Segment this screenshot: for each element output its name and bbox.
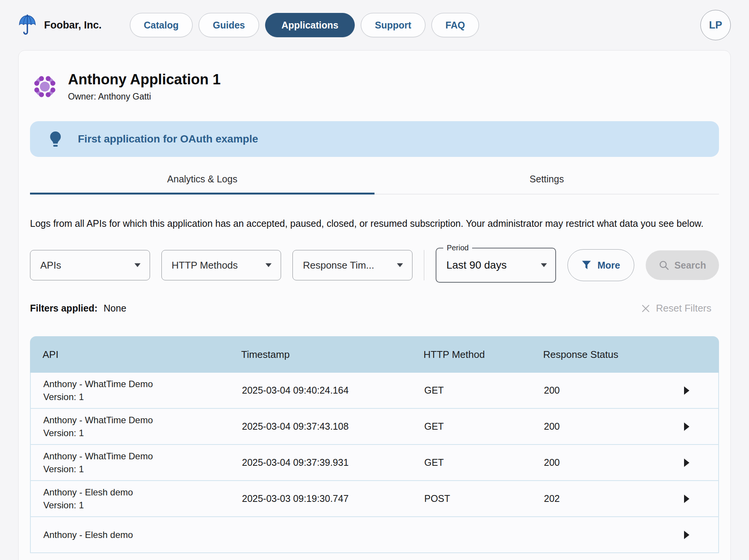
expand-row-icon[interactable] (684, 422, 689, 431)
table-row[interactable]: Anthony - WhatTime Demo Version: 1 2025-… (30, 373, 719, 409)
api-name: Anthony - Elesh demo (43, 528, 242, 541)
api-version: Version: 1 (43, 499, 242, 512)
top-nav: Foobar, Inc. Catalog Guides Applications… (0, 0, 749, 50)
api-name: Anthony - WhatTime Demo (43, 450, 242, 463)
table-row[interactable]: Anthony - Elesh demo Version: 1 2025-03-… (30, 481, 719, 517)
api-cell: Anthony - WhatTime Demo Version: 1 (43, 414, 242, 439)
http-methods-filter-dropdown[interactable]: HTTP Methods (161, 250, 281, 280)
column-http-method: HTTP Method (423, 349, 543, 361)
umbrella-logo-icon (18, 14, 36, 36)
timestamp-cell: 2025-03-03 09:19:30.747 (242, 493, 424, 504)
chevron-down-icon (134, 263, 141, 267)
main-nav: Catalog Guides Applications Support FAQ (130, 13, 479, 37)
expand-row-icon[interactable] (684, 495, 689, 503)
http-methods-filter-label: HTTP Methods (172, 259, 238, 271)
search-button[interactable]: Search (646, 250, 719, 280)
chevron-down-icon (541, 263, 547, 267)
filter-funnel-icon (582, 260, 591, 270)
timestamp-cell: 2025-03-04 09:37:39.931 (242, 457, 424, 468)
table-row[interactable]: Anthony - Elesh demo (30, 517, 719, 553)
period-dropdown[interactable]: Period Last 90 days (436, 248, 556, 283)
column-api: API (43, 349, 241, 361)
nav-item-guides[interactable]: Guides (199, 13, 259, 37)
api-cell: Anthony - Elesh demo (43, 528, 242, 541)
expand-row-icon[interactable] (684, 386, 689, 395)
api-version: Version: 1 (43, 463, 242, 476)
tab-analytics-logs[interactable]: Analytics & Logs (30, 167, 374, 195)
logs-table-header: API Timestamp HTTP Method Response Statu… (30, 336, 719, 373)
logs-description: Logs from all APIs for which this applic… (30, 217, 719, 230)
brand-home-link[interactable]: Foobar, Inc. (18, 14, 102, 36)
apis-filter-dropdown[interactable]: APIs (30, 250, 150, 280)
chevron-down-icon (265, 263, 272, 267)
app-owner: Owner: Anthony Gatti (68, 92, 221, 102)
period-legend: Period (443, 244, 472, 252)
period-value: Last 90 days (446, 259, 507, 271)
filters-applied-value: None (104, 303, 126, 313)
filters-applied-text: Filters applied:None (30, 303, 126, 314)
apis-filter-label: APIs (40, 259, 61, 271)
response-status-cell: 200 (544, 385, 684, 396)
response-status-cell: 202 (544, 493, 684, 504)
timestamp-cell: 2025-03-04 09:40:24.164 (242, 385, 424, 396)
chevron-down-icon (397, 263, 403, 267)
user-avatar[interactable]: LP (700, 10, 731, 40)
response-time-filter-dropdown[interactable]: Response Tim... (292, 250, 412, 280)
http-method-cell: POST (424, 493, 544, 504)
filter-divider (424, 250, 424, 280)
column-timestamp: Timestamp (241, 349, 423, 361)
http-method-cell: GET (424, 457, 544, 468)
reset-filters-label: Reset Filters (656, 302, 711, 314)
api-name: Anthony - WhatTime Demo (43, 378, 242, 391)
lightbulb-icon (49, 131, 62, 147)
nav-item-faq[interactable]: FAQ (431, 13, 479, 37)
application-dots-icon (32, 73, 58, 100)
table-row[interactable]: Anthony - WhatTime Demo Version: 1 2025-… (30, 445, 719, 481)
banner-text: First application for OAuth example (78, 133, 258, 145)
logs-table: API Timestamp HTTP Method Response Statu… (30, 336, 719, 553)
api-cell: Anthony - WhatTime Demo Version: 1 (43, 450, 242, 475)
column-response-status: Response Status (543, 349, 685, 361)
table-row[interactable]: Anthony - WhatTime Demo Version: 1 2025-… (30, 409, 719, 445)
api-name: Anthony - Elesh demo (43, 486, 242, 499)
info-banner: First application for OAuth example (30, 121, 719, 157)
response-status-cell: 200 (544, 421, 684, 432)
close-icon (642, 304, 650, 313)
api-cell: Anthony - WhatTime Demo Version: 1 (43, 378, 242, 403)
expand-row-icon[interactable] (684, 459, 689, 467)
brand-name: Foobar, Inc. (44, 19, 102, 31)
applied-filters-row: Filters applied:None Reset Filters (30, 302, 719, 314)
app-header: Anthony Application 1 Owner: Anthony Gat… (30, 66, 719, 108)
api-cell: Anthony - Elesh demo Version: 1 (43, 486, 242, 511)
expand-row-icon[interactable] (684, 531, 689, 539)
nav-item-applications[interactable]: Applications (265, 13, 355, 37)
filters-applied-label: Filters applied: (30, 303, 98, 313)
filter-toolbar: APIs HTTP Methods Response Tim... Period… (30, 248, 719, 283)
application-card: Anthony Application 1 Owner: Anthony Gat… (18, 50, 731, 560)
api-name: Anthony - WhatTime Demo (43, 414, 242, 427)
tab-settings[interactable]: Settings (374, 167, 719, 195)
nav-item-catalog[interactable]: Catalog (130, 13, 193, 37)
response-status-cell: 200 (544, 457, 684, 468)
timestamp-cell: 2025-03-04 09:37:43.108 (242, 421, 424, 432)
page-title: Anthony Application 1 (68, 71, 221, 88)
http-method-cell: GET (424, 421, 544, 432)
more-filters-label: More (597, 260, 620, 271)
nav-item-support[interactable]: Support (361, 13, 425, 37)
api-version: Version: 1 (43, 391, 242, 403)
tab-bar: Analytics & Logs Settings (30, 167, 719, 195)
search-label: Search (675, 260, 706, 271)
response-time-filter-label: Response Tim... (303, 259, 374, 271)
more-filters-button[interactable]: More (567, 249, 634, 281)
http-method-cell: GET (424, 385, 544, 396)
search-icon (659, 260, 669, 271)
reset-filters-button[interactable]: Reset Filters (642, 302, 711, 314)
api-version: Version: 1 (43, 427, 242, 440)
